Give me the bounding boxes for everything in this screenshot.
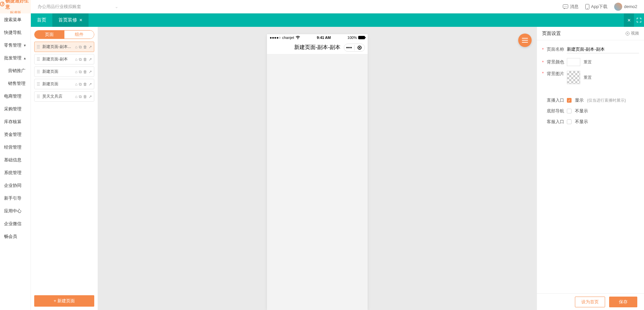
home-icon[interactable]: ⌂ bbox=[75, 69, 77, 74]
close-icon[interactable]: ✕ bbox=[79, 18, 83, 22]
sidebar-item-appcenter[interactable]: 应用中心 bbox=[0, 205, 31, 217]
messages-button[interactable]: 消息 bbox=[563, 4, 579, 10]
delete-icon[interactable]: 🗑 bbox=[83, 45, 87, 49]
copy-icon[interactable]: ⧉ bbox=[79, 82, 82, 87]
bg-color-swatch[interactable] bbox=[567, 58, 580, 66]
home-icon[interactable]: ⌂ bbox=[75, 94, 77, 99]
svg-point-3 bbox=[566, 6, 567, 7]
bottom-nav-text: 不显示 bbox=[575, 108, 588, 114]
bg-image-label: 背景图片 bbox=[547, 71, 567, 77]
tab-components[interactable]: 组件 bbox=[64, 31, 94, 39]
sidebar-item-search[interactable]: 搜索菜单 bbox=[0, 13, 31, 26]
home-icon[interactable]: ⌂ bbox=[75, 45, 77, 49]
more-icon[interactable]: ••• bbox=[344, 45, 354, 50]
drag-handle-icon[interactable]: ☰ bbox=[37, 45, 40, 49]
home-icon[interactable]: ⌂ bbox=[75, 82, 77, 87]
svg-point-6 bbox=[298, 39, 298, 39]
page-name-label: 页面名称 bbox=[547, 46, 567, 52]
save-button[interactable]: 保存 bbox=[609, 297, 637, 307]
top-header: 畅捷通好生意 标准版 办公用品行业模拟账套 ⌄ 消息 App下载 demo2 bbox=[0, 0, 644, 13]
sidebar-item-member[interactable]: 畅会员 bbox=[0, 230, 31, 243]
home-icon[interactable]: ⌂ bbox=[75, 57, 77, 62]
sidebar-item-guide[interactable]: 新手引导 bbox=[0, 192, 31, 205]
sidebar-item-quicknav[interactable]: 快捷导航 bbox=[0, 26, 31, 39]
sidebar-item-operation[interactable]: 经营管理 bbox=[0, 141, 31, 154]
caret-down-icon: ▼ bbox=[23, 44, 26, 47]
page-item[interactable]: ☰ 昊天文具店 ⌂⧉🗑↗ bbox=[34, 91, 94, 102]
drag-handle-icon[interactable]: ☰ bbox=[37, 57, 40, 62]
signal-icon: ●●●●○ bbox=[270, 36, 281, 40]
sidebar-item-system[interactable]: 系统管理 bbox=[0, 166, 31, 179]
tab-home[interactable]: 首页 bbox=[31, 13, 52, 27]
sidebar-item-basicinfo[interactable]: 基础信息 bbox=[0, 154, 31, 166]
delete-icon[interactable]: 🗑 bbox=[83, 69, 87, 74]
share-icon[interactable]: ↗ bbox=[89, 45, 92, 49]
wifi-icon bbox=[296, 36, 300, 39]
sidebar-item-ecommerce[interactable]: 电商管理 bbox=[0, 90, 31, 103]
sidebar-item-retail[interactable]: 零售管理▼ bbox=[0, 39, 31, 52]
sidebar-item-inventory[interactable]: 库存核算 bbox=[0, 115, 31, 128]
share-icon[interactable]: ↗ bbox=[89, 69, 92, 74]
live-show-checkbox[interactable]: ✓ bbox=[567, 98, 572, 103]
sidebar-item-sales[interactable]: 销售管理 bbox=[0, 77, 31, 90]
page-list-panel: 页面 组件 ☰ 新建页面-副本... ⌂ ⧉ 🗑 ↗ bbox=[31, 27, 98, 310]
page-item[interactable]: ☰ 新建页面 ⌂⧉🗑↗ bbox=[34, 79, 94, 89]
new-page-button[interactable]: + 新建页面 bbox=[34, 295, 94, 307]
share-icon[interactable]: ↗ bbox=[89, 94, 92, 99]
chat-icon bbox=[563, 4, 568, 9]
phone-title-bar: 新建页面-副本-副本 ••• bbox=[267, 41, 368, 54]
copy-icon[interactable]: ⧉ bbox=[79, 94, 82, 99]
drag-handle-icon[interactable]: ☰ bbox=[37, 94, 40, 99]
page-item[interactable]: ☰ 新建页面-副本... ⌂ ⧉ 🗑 ↗ bbox=[34, 42, 94, 52]
page-item[interactable]: ☰ 新建页面 ⌂⧉🗑↗ bbox=[34, 66, 94, 77]
live-entry-label: 直播入口 bbox=[547, 97, 567, 103]
share-icon[interactable]: ↗ bbox=[89, 57, 92, 62]
sidebar-item-procurement[interactable]: 采购管理 bbox=[0, 103, 31, 115]
svg-point-2 bbox=[565, 6, 566, 7]
tab-pages[interactable]: 页面 bbox=[35, 31, 64, 39]
bg-image-reset[interactable]: 重置 bbox=[584, 75, 592, 81]
battery-icon bbox=[358, 36, 365, 39]
left-sidebar: 搜索菜单 快捷导航 零售管理▼ 批发管理▲ 营销推广 销售管理 电商管理 采购管… bbox=[0, 13, 31, 310]
delete-icon[interactable]: 🗑 bbox=[83, 82, 87, 87]
sidebar-item-wholesale[interactable]: 批发管理▲ bbox=[0, 52, 31, 64]
set-home-button[interactable]: 设为首页 bbox=[575, 297, 605, 307]
bottom-nav-checkbox[interactable] bbox=[567, 109, 572, 113]
drag-handle-icon[interactable]: ☰ bbox=[37, 82, 40, 87]
sidebar-item-funds[interactable]: 资金管理 bbox=[0, 128, 31, 141]
page-name-input[interactable] bbox=[567, 45, 639, 53]
page-item[interactable]: ☰ 新建页面-副本 ⌂⧉🗑↗ bbox=[34, 54, 94, 64]
tab-page-decor[interactable]: 首页装修 ✕ bbox=[52, 13, 89, 27]
video-help-link[interactable]: 视频 bbox=[626, 31, 639, 36]
delete-icon[interactable]: 🗑 bbox=[83, 57, 87, 62]
sidebar-item-wechat[interactable]: 企业微信 bbox=[0, 217, 31, 230]
customer-service-text: 不显示 bbox=[575, 119, 588, 125]
drag-handle-icon[interactable]: ☰ bbox=[37, 69, 40, 74]
sidebar-item-collab[interactable]: 企业协同 bbox=[0, 179, 31, 192]
phone-icon bbox=[585, 4, 589, 9]
fullscreen-button[interactable] bbox=[634, 13, 644, 27]
chevron-down-icon: ⌄ bbox=[115, 4, 118, 9]
customer-service-checkbox[interactable] bbox=[567, 119, 572, 124]
user-menu[interactable]: demo2 bbox=[614, 3, 637, 11]
avatar bbox=[614, 3, 622, 11]
share-icon[interactable]: ↗ bbox=[89, 82, 92, 87]
delete-icon[interactable]: 🗑 bbox=[83, 94, 87, 99]
caret-up-icon: ▲ bbox=[23, 56, 26, 60]
sidebar-item-marketing[interactable]: 营销推广 bbox=[0, 64, 31, 77]
target-icon[interactable] bbox=[355, 46, 365, 50]
copy-icon[interactable]: ⧉ bbox=[79, 69, 82, 74]
customer-service-label: 客服入口 bbox=[547, 119, 567, 125]
tabs-close-button[interactable]: ✕ bbox=[624, 13, 634, 27]
phone-canvas-body[interactable] bbox=[267, 54, 368, 310]
copy-icon[interactable]: ⧉ bbox=[79, 45, 82, 49]
canvas-menu-fab[interactable] bbox=[518, 34, 532, 47]
account-selector[interactable]: 办公用品行业模拟账套 ⌄ bbox=[38, 4, 118, 10]
app-download-button[interactable]: App下载 bbox=[585, 4, 607, 10]
bottom-nav-label: 底部导航 bbox=[547, 108, 567, 114]
copy-icon[interactable]: ⧉ bbox=[79, 57, 82, 62]
phone-status-bar: ●●●●○ chanjet 9:41 AM 100% bbox=[267, 34, 368, 41]
properties-panel: 页面设置 视频 * 页面名称 * 背景颜色 bbox=[537, 27, 644, 310]
bg-image-swatch[interactable] bbox=[567, 71, 580, 84]
bg-color-reset[interactable]: 重置 bbox=[584, 59, 592, 65]
